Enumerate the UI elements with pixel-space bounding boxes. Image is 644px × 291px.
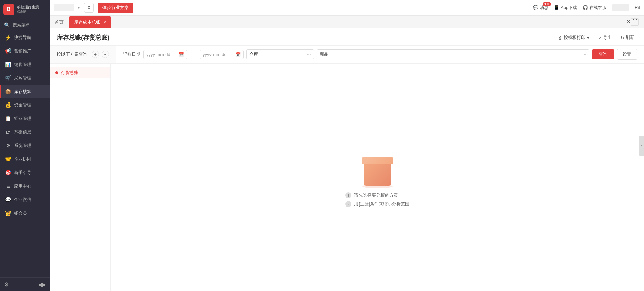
online-service-button[interactable]: 🎧 在线客服 bbox=[583, 5, 607, 11]
messages-badge: 99+ bbox=[543, 2, 551, 6]
sidebar-search-label: 搜索菜单 bbox=[13, 22, 30, 28]
main-area: ▾ ⚙ 体验行业方案 💬 消息 99+ 📱 App下载 🎧 在线客服 Rit bbox=[50, 0, 644, 291]
empty-hint-2: 2 用[过滤]条件来缩小分析范围 bbox=[345, 201, 409, 207]
logo-badge: 标准版 bbox=[17, 10, 39, 14]
finance-icon: 💰 bbox=[5, 102, 11, 108]
sidebar-item-label: 基础信息 bbox=[14, 129, 31, 135]
empty-state: 1 请先选择要分析的方案 2 用[过滤]条件来缩小分析范围 bbox=[111, 64, 644, 291]
breadcrumb-home[interactable] bbox=[54, 4, 74, 11]
sidebar-item-cooperation[interactable]: 🤝 企业协同 bbox=[0, 152, 50, 166]
scheme-item-label: 存货总账 bbox=[61, 70, 78, 76]
sidebar-nav: ⚡ 快捷导航 📢 营销推广 📊 销售管理 🛒 采购管理 📦 库存核算 💰 资金管… bbox=[0, 31, 50, 277]
sidebar-item-label: 库存核算 bbox=[14, 89, 31, 95]
filter-add-button[interactable]: + bbox=[92, 51, 99, 58]
messages-button[interactable]: 💬 消息 99+ bbox=[533, 5, 548, 11]
trial-button[interactable]: 体验行业方案 bbox=[98, 3, 133, 13]
tab-close-icon[interactable]: × bbox=[104, 20, 106, 25]
scheme-dot bbox=[55, 71, 58, 74]
print-button[interactable]: 🖨 按模板打印 ▾ bbox=[555, 33, 592, 42]
inventory-icon: 📦 bbox=[5, 89, 11, 95]
sidebar-item-vip[interactable]: 👑 畅会员 bbox=[0, 207, 50, 220]
page-header: 库存总账(存货总账) 🖨 按模板打印 ▾ ↗ 导出 ↻ 刷新 bbox=[50, 28, 644, 46]
right-panel-toggle[interactable]: › bbox=[639, 136, 644, 156]
refresh-icon: ↻ bbox=[621, 35, 624, 40]
warehouse-select[interactable]: 仓库 ··· bbox=[246, 49, 314, 59]
print-icon: 🖨 bbox=[558, 35, 562, 40]
headset-icon: 🎧 bbox=[583, 5, 588, 10]
setup-button[interactable]: 设置 bbox=[617, 49, 637, 60]
sidebar-item-wechat[interactable]: 💬 企业微信 bbox=[0, 193, 50, 207]
topbar-settings-button[interactable]: ⚙ bbox=[84, 3, 94, 13]
sidebar-item-guide[interactable]: 🎯 新手引导 bbox=[0, 166, 50, 179]
online-service-label: 在线客服 bbox=[589, 5, 607, 11]
date-end-input[interactable]: yyyy-mm-dd 📅 bbox=[200, 50, 244, 59]
page-header-actions: 🖨 按模板打印 ▾ ↗ 导出 ↻ 刷新 bbox=[555, 33, 637, 42]
product-select[interactable]: 商品 ··· bbox=[317, 49, 589, 59]
sidebar-item-system[interactable]: ⚙ 系统管理 bbox=[0, 139, 50, 152]
filter-scheme-row: 按以下方案查询 + « 记账日期 yyyy-mm-dd 📅 — yyyy-mm-… bbox=[50, 46, 644, 64]
system-icon: ⚙ bbox=[5, 143, 11, 149]
search-icon: 🔍 bbox=[4, 22, 10, 28]
hint-1-number: 1 bbox=[345, 192, 351, 198]
sidebar: B 畅捷通好生意 标准版 🔍 搜索菜单 ⚡ 快捷导航 📢 营销推广 📊 销售管理… bbox=[0, 0, 50, 291]
user-avatar[interactable] bbox=[612, 4, 629, 11]
message-icon: 💬 bbox=[533, 5, 538, 10]
print-label: 按模板打印 bbox=[564, 34, 586, 41]
sidebar-item-finance[interactable]: 💰 资金管理 bbox=[0, 98, 50, 112]
tab-label: 库存成本总账 bbox=[74, 20, 100, 25]
hint-1-text: 请先选择要分析的方案 bbox=[354, 192, 398, 198]
sidebar-item-appcenter[interactable]: 🖥 应用中心 bbox=[0, 179, 50, 193]
refresh-label: 刷新 bbox=[626, 34, 635, 41]
app-download-button[interactable]: 📱 App下载 bbox=[554, 5, 577, 11]
tab-inventory-ledger[interactable]: 库存成本总账 × bbox=[69, 16, 111, 28]
sidebar-item-shortcut[interactable]: ⚡ 快捷导航 bbox=[0, 31, 50, 44]
filter-collapse-button[interactable]: « bbox=[102, 51, 109, 58]
hint-2-number: 2 bbox=[345, 201, 351, 207]
sidebar-item-sales[interactable]: 📊 销售管理 bbox=[0, 58, 50, 71]
sidebar-item-label: 系统管理 bbox=[14, 143, 31, 149]
app-logo: B 畅捷通好生意 标准版 bbox=[0, 0, 50, 19]
warehouse-more-icon: ··· bbox=[307, 52, 311, 57]
top-bar: ▾ ⚙ 体验行业方案 💬 消息 99+ 📱 App下载 🎧 在线客服 Rit bbox=[50, 0, 644, 16]
date-separator: — bbox=[191, 52, 196, 57]
sidebar-item-label: 营销推广 bbox=[14, 48, 31, 54]
tab-home[interactable]: 首页 bbox=[50, 17, 68, 28]
sidebar-item-marketing[interactable]: 📢 营销推广 bbox=[0, 44, 50, 58]
scheme-item-inventory[interactable]: 存货总账 bbox=[50, 67, 110, 78]
empty-hints: 1 请先选择要分析的方案 2 用[过滤]条件来缩小分析范围 bbox=[345, 192, 409, 210]
appcenter-icon: 🖥 bbox=[5, 184, 11, 189]
query-button[interactable]: 查询 bbox=[592, 49, 614, 59]
scheme-sidebar: 存货总账 bbox=[50, 64, 111, 291]
vip-icon: 👑 bbox=[5, 210, 11, 216]
refresh-button[interactable]: ↻ 刷新 bbox=[618, 33, 637, 42]
export-button[interactable]: ↗ 导出 bbox=[595, 33, 615, 42]
breadcrumb: ▾ bbox=[54, 4, 81, 11]
sidebar-item-label: 应用中心 bbox=[14, 183, 31, 189]
sidebar-item-operation[interactable]: 📋 经营管理 bbox=[0, 112, 50, 125]
page-container: 库存总账(存货总账) 🖨 按模板打印 ▾ ↗ 导出 ↻ 刷新 bbox=[50, 28, 644, 291]
footer-settings-icon[interactable]: ⚙ bbox=[4, 281, 9, 288]
page-title: 库存总账(存货总账) bbox=[57, 33, 109, 42]
main-content: 存货总账 1 请先选择要分析的方案 bbox=[50, 64, 644, 291]
shortcut-icon: ⚡ bbox=[5, 34, 11, 41]
basic-icon: 🗂 bbox=[5, 129, 11, 135]
expand-icon[interactable]: ⛶ bbox=[631, 18, 639, 26]
logo-app-name: 畅捷通好生意 bbox=[17, 5, 39, 10]
hint-2-text: 用[过滤]条件来缩小分析范围 bbox=[354, 201, 409, 207]
product-label: 商品 bbox=[320, 51, 328, 57]
empty-box-top bbox=[362, 157, 393, 164]
guide-icon: 🎯 bbox=[5, 170, 11, 176]
warehouse-label: 仓库 bbox=[249, 51, 258, 57]
footer-toggle-icon[interactable]: ◀▶ bbox=[38, 281, 46, 288]
sidebar-item-basic[interactable]: 🗂 基础信息 bbox=[0, 125, 50, 139]
filter-label: 按以下方案查询 bbox=[57, 51, 88, 57]
close-panel-button[interactable]: × bbox=[627, 18, 630, 25]
sidebar-search[interactable]: 🔍 搜索菜单 bbox=[0, 19, 50, 31]
sidebar-item-inventory[interactable]: 📦 库存核算 bbox=[0, 85, 50, 98]
top-bar-left: ▾ ⚙ 体验行业方案 bbox=[54, 3, 533, 13]
sidebar-item-label: 采购管理 bbox=[14, 75, 31, 81]
date-start-input[interactable]: yyyy-mm-dd 📅 bbox=[143, 50, 187, 59]
print-chevron-icon: ▾ bbox=[587, 35, 589, 40]
app-download-label: App下载 bbox=[561, 5, 577, 11]
sidebar-item-purchase[interactable]: 🛒 采购管理 bbox=[0, 71, 50, 85]
